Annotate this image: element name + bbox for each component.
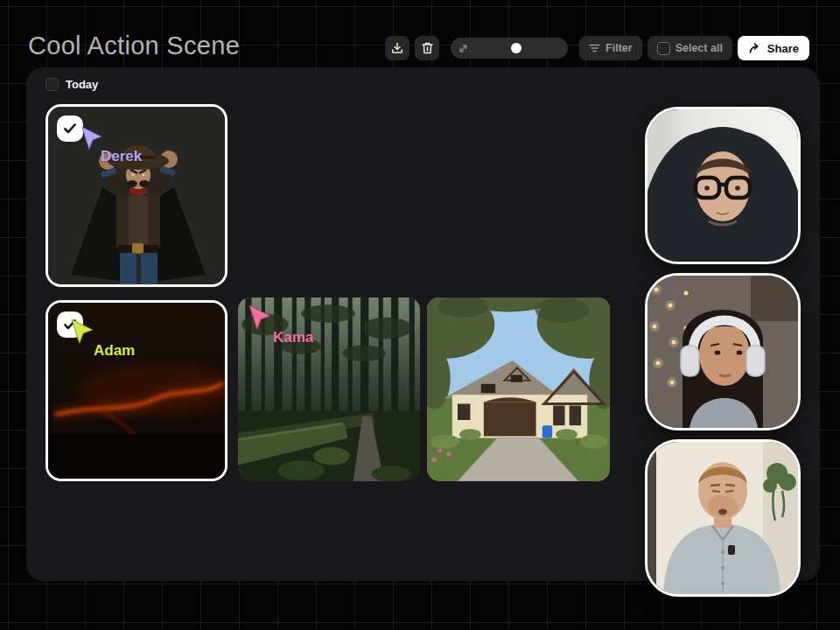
trash-icon bbox=[421, 41, 434, 55]
share-button-label: Share bbox=[767, 42, 799, 55]
download-icon bbox=[390, 41, 404, 55]
check-icon bbox=[63, 318, 77, 331]
gallery-item-forest[interactable]: Kama bbox=[238, 298, 420, 481]
check-icon bbox=[63, 122, 77, 135]
section-header: Today bbox=[46, 78, 98, 91]
participant-video-headphones[interactable] bbox=[645, 273, 801, 430]
today-section-checkbox[interactable] bbox=[46, 78, 59, 91]
forest-image bbox=[238, 298, 420, 481]
gallery-item-volcano[interactable]: Adam bbox=[46, 300, 228, 481]
gallery-item-house[interactable] bbox=[427, 298, 610, 481]
select-all-button-label: Select all bbox=[676, 42, 723, 54]
expand-icon bbox=[458, 43, 469, 54]
selected-check-badge[interactable] bbox=[57, 312, 83, 338]
filter-button-label: Filter bbox=[606, 42, 633, 54]
share-arrow-icon bbox=[748, 42, 762, 54]
toolbar: Filter Select all Share bbox=[385, 36, 809, 60]
checkbox-icon bbox=[657, 42, 670, 55]
filter-button[interactable]: Filter bbox=[579, 36, 642, 60]
thumbnail-size-slider[interactable] bbox=[451, 38, 568, 59]
participant-video-hoodie-glasses[interactable] bbox=[645, 107, 801, 264]
download-button[interactable] bbox=[385, 36, 410, 60]
gallery-item-cowboy[interactable]: Derek bbox=[46, 104, 228, 287]
participant-video-blue-shirt[interactable] bbox=[645, 439, 801, 597]
share-button[interactable]: Share bbox=[738, 36, 809, 60]
delete-button[interactable] bbox=[415, 36, 439, 60]
filter-lines-icon bbox=[589, 43, 600, 53]
participant-blue-shirt-image bbox=[648, 442, 798, 594]
slider-handle[interactable] bbox=[511, 43, 522, 53]
today-section-label: Today bbox=[66, 78, 98, 91]
participant-hoodie-glasses-image bbox=[648, 109, 798, 262]
participant-headphones-image bbox=[648, 276, 798, 428]
select-all-button[interactable]: Select all bbox=[648, 36, 732, 60]
page-title: Cool Action Scene bbox=[28, 32, 240, 60]
selected-check-badge[interactable] bbox=[57, 116, 83, 142]
house-image bbox=[427, 298, 610, 481]
